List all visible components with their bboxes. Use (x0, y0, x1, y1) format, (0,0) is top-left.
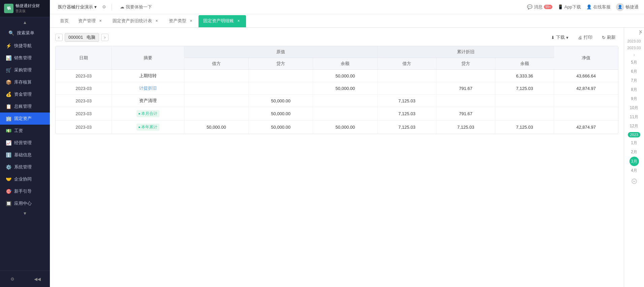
next-asset-button[interactable]: › (101, 34, 109, 41)
th-summary: 摘要 (112, 46, 184, 70)
download-button[interactable]: ⬇ 下载 ▾ (548, 33, 571, 42)
sidebar-item-app-center[interactable]: 🔲 应用中心 (0, 197, 50, 210)
chevron-down-icon: ▾ (566, 35, 569, 40)
tab-asset-detail[interactable]: 固定资产明细账 × (198, 15, 246, 27)
sidebar-item-search[interactable]: 🔍 搜索菜单 (3, 27, 47, 39)
right-timeline-panel: ✕ ⤢ 2023.03 2023.03 › 5月 6月 7月 8月 9月 10月 (624, 28, 644, 287)
sidebar-scroll-down[interactable]: ▼ (0, 210, 50, 217)
asset-nav: ‹ 000001 电脑 › (55, 33, 109, 42)
th-orig-credit: 贷方 (248, 58, 313, 70)
th-orig-balance: 余额 (313, 58, 377, 70)
settings-button[interactable]: ⚙ (7, 274, 18, 284)
sidebar-item-quick-nav[interactable]: ⚡ 快捷导航 (0, 40, 50, 52)
tab-depreciation-table[interactable]: 固定资产折旧统计表 × (108, 15, 164, 27)
sidebar-item-sys-admin[interactable]: ⚙️ 系统管理 (0, 161, 50, 173)
panel-top: ✕ ⤢ (624, 30, 644, 38)
top-header: 医疗器械行业演示 ▾ ⚙ ☁ 我要体验一下 💬 消息 99+ 📱 App下载 👤 (50, 0, 644, 14)
panel-close-button[interactable]: ✕ (639, 29, 643, 34)
tab-close-icon[interactable]: × (188, 18, 194, 24)
messages-badge: 99+ (544, 5, 552, 9)
tab-close-icon[interactable]: × (154, 18, 159, 24)
sidebar-item-label: 搜索菜单 (17, 30, 34, 36)
avatar-icon: 👤 (616, 3, 624, 11)
timeline-month-9[interactable]: 9月 (624, 94, 644, 103)
sidebar: 畅 畅捷通好业财 普及版 ▲ 🔍 搜索菜单 ⚡ 快捷导航 📊 销售管理 🛒 采购… (0, 0, 50, 287)
basic-info-icon: ℹ️ (5, 152, 11, 158)
th-accumulated-depreciation-group: 累计折旧 (377, 46, 554, 58)
timeline-month-12[interactable]: 12月 (624, 122, 644, 131)
sidebar-item-cooperation[interactable]: 🤝 企业协同 (0, 173, 50, 185)
tab-asset-mgmt[interactable]: 资产管理 × (73, 15, 108, 27)
th-net-value: 净值 (554, 46, 618, 70)
th-acc-balance: 余额 (495, 58, 554, 70)
refresh-button[interactable]: ↻ 刷新 (599, 33, 618, 42)
messages-label: 消息 (534, 4, 543, 10)
timeline-month-1[interactable]: 1月 (624, 138, 644, 148)
timeline-month-10[interactable]: 10月 (624, 103, 644, 113)
th-orig-debit: 借方 (184, 58, 248, 70)
tab-asset-type[interactable]: 资产类型 × (164, 15, 198, 27)
prev-asset-button[interactable]: ‹ (55, 34, 63, 41)
sidebar-scroll-up[interactable]: ▲ (0, 19, 50, 26)
timeline-up-icon[interactable]: › (633, 51, 635, 58)
asset-detail-table: 日期 摘要 原值 累计折旧 净值 借方 贷方 余额 借方 贷方 余额 (55, 46, 618, 134)
timeline-month-8[interactable]: 8月 (624, 85, 644, 94)
sidebar-item-purchase[interactable]: 🛒 采购管理 (0, 64, 50, 76)
chevron-down-icon: ▾ (94, 4, 97, 9)
company-name: 医疗器械行业演示 (58, 4, 93, 10)
timeline-month-11[interactable]: 11月 (624, 113, 644, 122)
sidebar-item-label: 固定资产 (14, 116, 32, 122)
sidebar-logo: 畅 畅捷通好业财 普及版 (0, 0, 50, 17)
sidebar-item-payroll[interactable]: 💵 工资 (0, 125, 50, 137)
logo-text: 畅捷通好业财 (16, 3, 40, 9)
tab-close-icon[interactable]: × (236, 18, 241, 24)
messages-button[interactable]: 💬 消息 99+ (527, 4, 552, 10)
collapse-button[interactable]: ◀◀ (32, 274, 43, 284)
app-download-button[interactable]: 📱 App下载 (558, 4, 581, 10)
sidebar-item-operations[interactable]: 📈 经营管理 (0, 137, 50, 149)
sidebar-item-finance[interactable]: 💰 资金管理 (0, 88, 50, 100)
messages-icon: 💬 (527, 4, 532, 9)
sidebar-item-sales[interactable]: 📊 销售管理 (0, 52, 50, 64)
guide-icon: 🎯 (5, 188, 11, 194)
app-download-icon: 📱 (558, 4, 563, 9)
operations-icon: 📈 (5, 140, 11, 146)
timeline-month-3[interactable]: 3月 (624, 157, 644, 166)
timeline-month-2[interactable]: 2月 (624, 148, 644, 157)
tab-label: 资产管理 (78, 18, 96, 24)
cooperation-icon: 🤝 (5, 176, 11, 182)
content-area: ‹ 000001 电脑 › ⬇ (50, 28, 644, 287)
sidebar-item-basic-info[interactable]: ℹ️ 基础信息 (0, 149, 50, 161)
sidebar-item-label: 企业协同 (14, 176, 32, 182)
timeline-month-7[interactable]: 7月 (624, 76, 644, 85)
toolbar-left: ‹ 000001 电脑 › (55, 33, 109, 42)
timeline-month-4[interactable]: 4月 (624, 166, 644, 175)
sidebar-item-fixed-assets[interactable]: 🏢 固定资产 (0, 113, 50, 125)
th-date: 日期 (56, 46, 112, 70)
experience-button[interactable]: ☁ 我要体验一下 (117, 3, 155, 11)
chevron-left-icon: ‹ (58, 35, 60, 40)
user-avatar[interactable]: 👤 畅捷通 (616, 3, 639, 11)
sidebar-item-ledger[interactable]: 📋 总账管理 (0, 100, 50, 113)
svg-point-0 (632, 179, 637, 184)
table-row: 2023-03上期结转50,000.006,333.3643,666.64 (56, 70, 618, 82)
sidebar-item-inventory[interactable]: 📦 库存核算 (0, 76, 50, 88)
asset-code: 000001 (68, 35, 83, 40)
app-download-label: App下载 (564, 4, 581, 10)
timeline-down-icon[interactable] (632, 178, 637, 186)
header-left: 医疗器械行业演示 ▾ ⚙ ☁ 我要体验一下 (55, 3, 155, 11)
company-selector[interactable]: 医疗器械行业演示 ▾ (55, 3, 99, 11)
timeline-month-5[interactable]: 5月 (624, 58, 644, 67)
gear-icon[interactable]: ⚙ (102, 4, 106, 9)
print-button[interactable]: 🖨 打印 (575, 33, 595, 42)
th-acc-credit: 贷方 (436, 58, 495, 70)
tab-close-icon[interactable]: × (98, 18, 103, 24)
quick-nav-icon: ⚡ (5, 43, 11, 49)
sidebar-item-label: 采购管理 (14, 67, 32, 73)
timeline-month-6[interactable]: 6月 (624, 67, 644, 76)
sidebar-item-guide[interactable]: 🎯 新手引导 (0, 185, 50, 197)
header-divider (112, 4, 112, 10)
asset-tag: 000001 电脑 (65, 33, 99, 42)
tab-home[interactable]: 首页 (55, 15, 73, 27)
customer-service-button[interactable]: 👤 在线客服 (586, 4, 611, 10)
